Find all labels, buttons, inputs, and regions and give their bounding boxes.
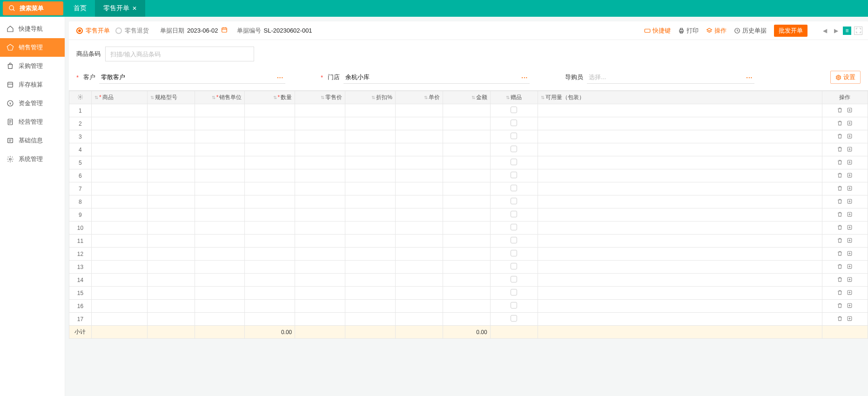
checkbox-icon[interactable]: [511, 211, 517, 217]
add-row-icon[interactable]: [847, 238, 853, 245]
cell-price[interactable]: [395, 143, 443, 156]
cell-spec[interactable]: [147, 261, 195, 274]
cell-unit[interactable]: [195, 287, 245, 300]
customer-input[interactable]: [99, 71, 285, 84]
cell-amount[interactable]: [443, 104, 490, 117]
cell-spec[interactable]: [147, 104, 195, 117]
cell-qty[interactable]: [245, 261, 295, 274]
cell-discount[interactable]: [345, 313, 396, 326]
add-row-icon[interactable]: [847, 316, 853, 323]
cell-spec[interactable]: [147, 248, 195, 261]
cell-gift[interactable]: [490, 156, 538, 169]
cell-gift[interactable]: [490, 182, 538, 195]
cell-available[interactable]: [538, 300, 822, 313]
cell-product[interactable]: [91, 313, 147, 326]
cell-amount[interactable]: [443, 287, 490, 300]
guide-input[interactable]: [587, 71, 754, 84]
cell-unit[interactable]: [195, 261, 245, 274]
checkbox-icon[interactable]: [511, 120, 517, 126]
close-icon[interactable]: ✕: [132, 5, 137, 12]
cell-gift[interactable]: [490, 208, 538, 221]
table-row[interactable]: 11: [69, 235, 868, 248]
sidebar-item-biz[interactable]: 经营管理: [0, 113, 65, 131]
table-row[interactable]: 4: [69, 143, 868, 156]
add-row-icon[interactable]: [847, 173, 853, 180]
cell-retail[interactable]: [295, 300, 345, 313]
sidebar-item-system[interactable]: 系统管理: [0, 150, 65, 168]
table-row[interactable]: 10: [69, 221, 868, 235]
checkbox-icon[interactable]: [511, 198, 517, 204]
add-row-icon[interactable]: [847, 277, 853, 284]
sidebar-item-sales[interactable]: 销售管理: [0, 38, 65, 57]
cell-product[interactable]: [91, 156, 147, 169]
table-row[interactable]: 14: [69, 274, 868, 287]
cell-qty[interactable]: [245, 208, 295, 221]
cell-product[interactable]: [91, 208, 147, 221]
delete-icon[interactable]: [837, 238, 843, 245]
checkbox-icon[interactable]: [511, 146, 517, 152]
cell-amount[interactable]: [443, 130, 490, 143]
ellipsis-icon[interactable]: ···: [746, 74, 753, 81]
delete-icon[interactable]: [837, 303, 843, 310]
delete-icon[interactable]: [837, 160, 843, 167]
cell-discount[interactable]: [345, 261, 396, 274]
tab-current[interactable]: 零售开单 ✕: [95, 0, 145, 17]
table-row[interactable]: 15: [69, 287, 868, 300]
cell-retail[interactable]: [295, 221, 345, 235]
radio-return[interactable]: 零售退货: [114, 26, 151, 36]
checkbox-icon[interactable]: [511, 159, 517, 165]
cell-available[interactable]: [538, 130, 822, 143]
cell-discount[interactable]: [345, 156, 396, 169]
cell-qty[interactable]: [245, 169, 295, 182]
cell-gift[interactable]: [490, 130, 538, 143]
add-row-icon[interactable]: [847, 290, 853, 297]
cell-discount[interactable]: [345, 221, 396, 235]
cell-discount[interactable]: [345, 143, 396, 156]
search-menu-button[interactable]: 搜索菜单: [3, 1, 63, 15]
cell-amount[interactable]: [443, 248, 490, 261]
checkbox-icon[interactable]: [511, 133, 517, 139]
cell-retail[interactable]: [295, 313, 345, 326]
cell-spec[interactable]: [147, 274, 195, 287]
sidebar-item-fund[interactable]: ¥ 资金管理: [0, 94, 65, 113]
cell-discount[interactable]: [345, 104, 396, 117]
checkbox-icon[interactable]: [511, 276, 517, 282]
col-gift[interactable]: ⇅赠品: [490, 91, 538, 104]
operate-button[interactable]: 操作: [706, 27, 727, 35]
cell-available[interactable]: [538, 156, 822, 169]
table-row[interactable]: 12: [69, 248, 868, 261]
checkbox-icon[interactable]: [511, 289, 517, 295]
add-row-icon[interactable]: [847, 212, 853, 219]
history-button[interactable]: 历史单据: [734, 27, 767, 35]
cell-qty[interactable]: [245, 195, 295, 208]
calendar-icon[interactable]: [221, 27, 228, 34]
cell-available[interactable]: [538, 313, 822, 326]
cell-retail[interactable]: [295, 143, 345, 156]
cell-retail[interactable]: [295, 117, 345, 130]
table-row[interactable]: 9: [69, 208, 868, 221]
table-row[interactable]: 8: [69, 195, 868, 208]
add-row-icon[interactable]: [847, 134, 853, 141]
cell-gift[interactable]: [490, 143, 538, 156]
nav-expand-icon[interactable]: ⛶: [854, 27, 862, 35]
cell-discount[interactable]: [345, 235, 396, 248]
cell-price[interactable]: [395, 156, 443, 169]
cell-gift[interactable]: [490, 221, 538, 235]
cell-spec[interactable]: [147, 208, 195, 221]
table-row[interactable]: 3: [69, 130, 868, 143]
cell-spec[interactable]: [147, 195, 195, 208]
cell-discount[interactable]: [345, 169, 396, 182]
ellipsis-icon[interactable]: ···: [277, 74, 283, 81]
cell-qty[interactable]: [245, 104, 295, 117]
cell-price[interactable]: [395, 261, 443, 274]
shortcut-button[interactable]: 快捷键: [644, 27, 671, 35]
cell-product[interactable]: [91, 274, 147, 287]
checkbox-icon[interactable]: [511, 315, 517, 322]
cell-amount[interactable]: [443, 300, 490, 313]
cell-amount[interactable]: [443, 195, 490, 208]
cell-spec[interactable]: [147, 300, 195, 313]
col-unit[interactable]: ⇅*销售单位: [195, 91, 245, 104]
cell-gift[interactable]: [490, 261, 538, 274]
cell-available[interactable]: [538, 274, 822, 287]
cell-price[interactable]: [395, 130, 443, 143]
